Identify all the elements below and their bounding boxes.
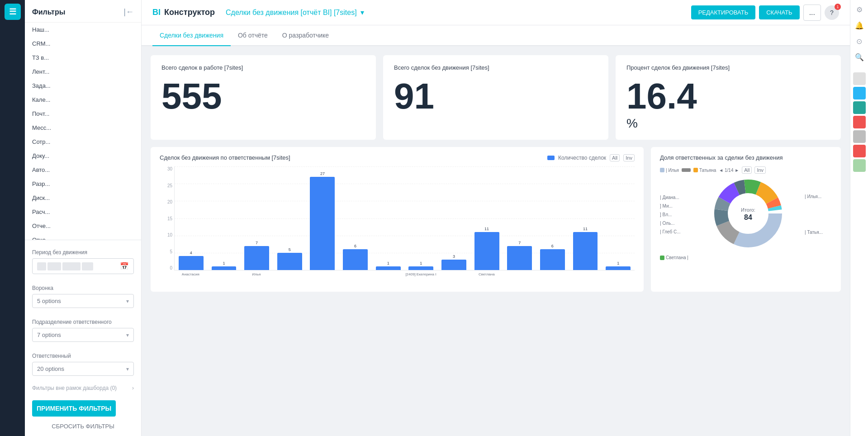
edit-button[interactable]: РЕДАКТИРОВАТЬ xyxy=(691,5,756,19)
user-avatar[interactable]: ? 1 xyxy=(825,5,839,20)
kpi-card1-title: Всего сделок в работе [7sites] xyxy=(161,64,365,71)
sidebar-item[interactable]: Отче... xyxy=(25,219,141,233)
funnel-chevron-icon: ▾ xyxy=(126,298,129,304)
sidebar-item[interactable]: Сотр... xyxy=(25,135,141,149)
legend-svetlana: Светлана | xyxy=(660,255,688,260)
reset-filters-button[interactable]: СБРОСИТЬ ФИЛЬТРЫ xyxy=(25,420,141,432)
bar-group[interactable]: 1 xyxy=(602,166,635,270)
bar-rect xyxy=(244,246,269,270)
label-mi: ] Ми... xyxy=(660,204,692,209)
bar-group[interactable]: 6 xyxy=(339,166,372,270)
bar-rect xyxy=(376,266,401,270)
donut-bottom-legend: Светлана | xyxy=(660,255,832,260)
bar-value-label: 7 xyxy=(518,241,521,245)
sidebar-item[interactable]: Разр... xyxy=(25,177,141,191)
tabs-bar: Сделки без движенияОб отчётеО разработчи… xyxy=(142,25,850,46)
sidebar-item[interactable]: Авто... xyxy=(25,163,141,177)
page-indicator: ◄ 1/14 ► xyxy=(719,168,739,173)
swatch-blue[interactable] xyxy=(853,87,866,100)
bar-rect xyxy=(310,177,335,270)
bar-group[interactable]: 5 xyxy=(273,166,306,270)
sidebar-item[interactable]: Расч... xyxy=(25,205,141,219)
bar-value-label: 1 xyxy=(420,261,422,265)
donut-all-btn[interactable]: All xyxy=(742,166,752,174)
label-ol: | Оль... xyxy=(660,221,692,226)
report-dropdown-icon[interactable]: ▾ xyxy=(360,8,364,17)
bar-group[interactable]: 11 xyxy=(470,166,503,270)
sidebar-item[interactable]: Месс... xyxy=(25,121,141,135)
bar-chart-area: 30 25 20 15 10 5 0 xyxy=(160,166,635,284)
donut-inv-btn[interactable]: Inv xyxy=(754,166,766,174)
x-axis: АнастасияИлья[2409] Екатерина IСветлана xyxy=(174,271,635,284)
sidebar-item[interactable]: Почт... xyxy=(25,107,141,121)
left-navigation: ☰ xyxy=(0,0,25,436)
bar-rect xyxy=(606,266,631,270)
charts-row: Сделок без движения по ответственным [7s… xyxy=(151,147,841,292)
kpi-card-percent: Процент сделок без движения [7sites] 16.… xyxy=(616,55,841,140)
bar-group[interactable]: 27 xyxy=(306,166,339,270)
x-label xyxy=(371,271,404,284)
top-bar: BI Конструктор Сделки без движения [отчё… xyxy=(142,0,850,25)
settings-icon[interactable]: ⚙ xyxy=(856,5,863,14)
tab-о-разработчике[interactable]: О разработчике xyxy=(275,25,336,46)
bar-inv-btn[interactable]: Inv xyxy=(623,154,635,161)
sidebar-item[interactable]: Отче... xyxy=(25,233,141,240)
swatch-teal[interactable] xyxy=(853,101,866,114)
bar-group[interactable]: 4 xyxy=(175,166,208,270)
bar-group[interactable]: 6 xyxy=(536,166,569,270)
x-label xyxy=(536,271,569,284)
bar-chart-title: Сделок без движения по ответственным [7s… xyxy=(160,154,290,161)
period-input[interactable]: 📅 xyxy=(32,258,134,274)
download-button[interactable]: СКАЧАТЬ xyxy=(759,5,799,19)
chevron-right-icon: › xyxy=(132,385,134,391)
top-actions: РЕДАКТИРОВАТЬ СКАЧАТЬ ... ? 1 xyxy=(691,5,839,21)
responsible-select[interactable]: 20 options ▾ xyxy=(32,362,134,376)
sync-icon[interactable]: ⊙ xyxy=(856,37,862,46)
app-brand: BI Конструктор xyxy=(152,8,215,17)
swatch-green[interactable] xyxy=(853,159,866,172)
swatch-red[interactable] xyxy=(853,116,866,128)
collapse-filter-btn[interactable]: |← xyxy=(123,7,134,17)
tab-об-отчёте[interactable]: Об отчёте xyxy=(231,25,275,46)
more-button[interactable]: ... xyxy=(803,5,821,21)
swatch-lightgray[interactable] xyxy=(853,130,866,143)
subdivision-value: 7 options xyxy=(37,332,61,338)
bar-group[interactable]: 1 xyxy=(372,166,405,270)
right-panel: ⚙ 🔔 ⊙ 🔍 xyxy=(850,0,868,436)
donut-svg-container: Итого: 84 xyxy=(712,177,784,251)
apply-filters-button[interactable]: ПРИМЕНИТЬ ФИЛЬТРЫ xyxy=(32,400,116,417)
sidebar-item[interactable]: Лент... xyxy=(25,65,141,79)
bar-rect xyxy=(474,232,499,270)
bell-icon[interactable]: 🔔 xyxy=(855,21,864,30)
bar-all-btn[interactable]: All xyxy=(610,154,620,161)
sidebar-item[interactable]: Наш... xyxy=(25,23,141,37)
tab-сделки-без-движения[interactable]: Сделки без движения xyxy=(152,25,231,46)
bar-legend-label: Количество сделок xyxy=(558,155,606,161)
funnel-select[interactable]: 5 options ▾ xyxy=(32,294,134,308)
filters-outside[interactable]: Фильтры вне рамок дашборда (0) › xyxy=(25,381,141,395)
bar-group[interactable]: 7 xyxy=(503,166,536,270)
search-icon[interactable]: 🔍 xyxy=(855,53,864,62)
bar-group[interactable]: 11 xyxy=(569,166,602,270)
sidebar-item[interactable]: Кале... xyxy=(25,93,141,107)
nav-logo[interactable]: ☰ xyxy=(5,4,21,20)
sidebar-item[interactable]: Диск... xyxy=(25,191,141,205)
swatch-red2[interactable] xyxy=(853,145,866,157)
bar-group[interactable]: 7 xyxy=(240,166,273,270)
bar-value-label: 3 xyxy=(453,254,455,259)
bar-group[interactable]: 3 xyxy=(437,166,470,270)
sidebar-item[interactable]: Зада... xyxy=(25,79,141,93)
bar-group[interactable]: 1 xyxy=(208,166,241,270)
sidebar-item[interactable]: CRM... xyxy=(25,37,141,51)
kpi-card3-value: 16.4 xyxy=(626,78,830,114)
subdivision-select[interactable]: 7 options ▾ xyxy=(32,328,134,342)
x-label: Илья xyxy=(240,271,273,284)
swatch-gray[interactable] xyxy=(853,72,866,85)
bar-chart-inner: 41752761131176111 xyxy=(174,166,635,270)
bar-group[interactable]: 1 xyxy=(404,166,437,270)
bar-rect xyxy=(441,260,466,270)
sidebar-nav-menu: Наш...CRM...ТЗ в...Лент...Зада...Кале...… xyxy=(25,23,141,240)
sidebar-item[interactable]: Доку... xyxy=(25,149,141,163)
sidebar-item[interactable]: ТЗ в... xyxy=(25,51,141,65)
tatyana-name: Татьяна xyxy=(699,168,716,173)
